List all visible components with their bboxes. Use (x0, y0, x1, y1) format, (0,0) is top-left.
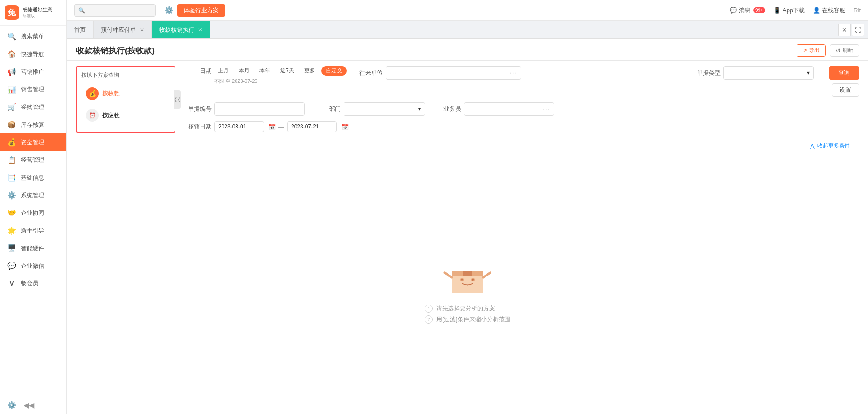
topbar-search-box[interactable]: 🔍 (74, 4, 156, 17)
dept-filter: 部门 ▾ (314, 102, 425, 116)
hint-num-2: 2 (425, 315, 433, 324)
topbar-settings-icon[interactable]: ⚙️ (165, 6, 174, 14)
sidebar-item-sales[interactable]: 📊 销售管理 (0, 81, 66, 98)
sidebar-item-operation[interactable]: 📋 经营管理 (0, 151, 66, 169)
scheme-panel-title: 按以下方案查询 (81, 71, 170, 79)
svg-line-6 (483, 273, 490, 277)
hint-text-2: 用[过滤]条件来缩小分析范围 (436, 315, 510, 324)
sidebar-item-member[interactable]: V 畅会员 (0, 275, 66, 292)
sidebar-item-purchase[interactable]: 🛒 采购管理 (0, 98, 66, 116)
sidebar-item-marketing[interactable]: 📢 营销推广 (0, 63, 66, 81)
search-icon: 🔍 (7, 32, 16, 41)
expand-tab-btn[interactable]: ⛶ (852, 24, 864, 36)
empty-state: 1 请先选择要分析的方案 2 用[过滤]条件来缩小分析范围 (67, 157, 868, 414)
sidebar-label-enterprise: 企业协同 (21, 209, 44, 217)
doc-no-filter: 单据编号 (184, 102, 305, 116)
user-area[interactable]: Rit (854, 7, 861, 14)
industry-btn[interactable]: 体验行业方案 (177, 4, 225, 17)
tab-collect-close[interactable]: ✕ (198, 27, 203, 33)
sidebar-label-finance: 资金管理 (21, 138, 44, 147)
partner-dots: ··· (510, 70, 517, 76)
verify-date-start[interactable] (214, 121, 264, 132)
close-tab-btn[interactable]: ✕ (838, 24, 851, 36)
date-custom[interactable]: 自定义 (321, 66, 347, 76)
sidebar-item-shortcut[interactable]: 🏠 快捷导航 (0, 45, 66, 63)
verify-start-calendar-icon[interactable]: 📅 (269, 124, 276, 130)
sidebar-item-inventory[interactable]: 📦 库存核算 (0, 116, 66, 133)
staff-filter: 业务员 ··· (434, 102, 554, 116)
export-label: 导出 (809, 47, 820, 54)
topbar-actions: ⚙️ 体验行业方案 (165, 4, 225, 17)
message-icon: 💬 (730, 7, 737, 14)
refresh-btn[interactable]: ↺ 刷新 (830, 44, 859, 57)
sidebar-item-enterprise[interactable]: 🤝 企业协同 (0, 204, 66, 222)
filter-panel-collapse[interactable]: ❮❮ (174, 90, 181, 109)
sidebar-item-finance[interactable]: 💰 资金管理 (0, 133, 66, 151)
topbar: 🔍 ⚙️ 体验行业方案 💬 消息 99+ 📱 App下载 👤 在线客服 Rit (67, 0, 868, 21)
export-icon: ↗ (802, 48, 807, 54)
filter-option-receivable[interactable]: ⏰ 按应收 (81, 105, 170, 125)
empty-hint-1: 1 请先选择要分析的方案 (425, 305, 495, 313)
collapse-more-label: 收起更多条件 (817, 142, 850, 150)
sidebar-item-search[interactable]: 🔍 搜索菜单 (0, 28, 66, 45)
enterprise-icon: 🤝 (7, 209, 16, 217)
content-header: 收款核销执行(按收款) ↗ 导出 ↺ 刷新 (67, 39, 868, 61)
date-more[interactable]: 更多 (301, 66, 319, 76)
filter-option-receipt[interactable]: 💰 按收款 (81, 84, 170, 104)
tab-prepay[interactable]: 预付冲应付单 ✕ (94, 21, 152, 38)
purchase-icon: 🛒 (7, 103, 16, 111)
settings-footer-icon[interactable]: ⚙️ (7, 401, 16, 409)
partner-select[interactable]: ··· (386, 66, 521, 80)
sidebar-item-hardware[interactable]: 🖥️ 智能硬件 (0, 239, 66, 257)
app-download-area[interactable]: 📱 App下载 (774, 6, 805, 14)
setting-btn[interactable]: 设置 (832, 83, 859, 97)
tab-home[interactable]: 首页 (67, 21, 94, 38)
logo-text-area: 畅捷通好生意 标准版 (23, 6, 52, 19)
tab-collect-label: 收款核销执行 (159, 26, 194, 34)
sidebar-item-wechat[interactable]: 💬 企业微信 (0, 257, 66, 275)
staff-select[interactable]: ··· (464, 102, 554, 116)
empty-svg (438, 248, 497, 298)
sidebar-item-guide[interactable]: 🌟 新手引导 (0, 222, 66, 239)
sidebar-label-marketing: 营销推广 (21, 68, 44, 76)
date-last-month[interactable]: 上月 (214, 66, 232, 76)
query-btn[interactable]: 查询 (829, 66, 859, 80)
message-area[interactable]: 💬 消息 99+ (730, 6, 765, 14)
service-label: 在线客服 (822, 6, 845, 14)
sidebar-label-hardware: 智能硬件 (21, 244, 44, 252)
doc-no-input[interactable] (214, 102, 305, 116)
verify-date-end[interactable] (287, 121, 337, 132)
date-this-month[interactable]: 本月 (235, 66, 253, 76)
date-7days[interactable]: 近7天 (277, 66, 298, 76)
doc-type-select[interactable]: ▾ (723, 66, 814, 80)
sidebar: 兔 畅捷通好生意 标准版 🔍 搜索菜单 🏠 快捷导航 📢 营销推广 📊 销售管理… (0, 0, 67, 414)
logo-area: 兔 畅捷通好生意 标准版 (0, 0, 66, 26)
sidebar-label-purchase: 采购管理 (21, 103, 44, 111)
sidebar-item-system[interactable]: ⚙️ 系统管理 (0, 186, 66, 204)
filter-scheme-panel: 按以下方案查询 💰 按收款 ⏰ 按应收 ❮❮ (76, 66, 175, 133)
refresh-icon: ↺ (836, 48, 840, 54)
title-row: 收款核销执行(按收款) ↗ 导出 ↺ 刷新 (76, 44, 859, 57)
svg-point-8 (472, 279, 474, 281)
sidebar-footer: ⚙️ ◀◀ (0, 396, 66, 414)
date-label: 日期 (184, 67, 212, 75)
export-btn[interactable]: ↗ 导出 (797, 44, 826, 57)
doc-type-arrow: ▾ (807, 70, 810, 76)
topbar-right: 💬 消息 99+ 📱 App下载 👤 在线客服 Rit (730, 6, 861, 14)
empty-text-area: 1 请先选择要分析的方案 2 用[过滤]条件来缩小分析范围 (425, 305, 510, 324)
tab-collect[interactable]: 收款核销执行 ✕ (152, 21, 210, 38)
verify-end-calendar-icon[interactable]: 📅 (341, 124, 349, 130)
collapse-more-btn[interactable]: ⋀ 收起更多条件 (801, 138, 859, 153)
doc-no-label: 单据编号 (184, 105, 212, 113)
marketing-icon: 📢 (7, 67, 16, 76)
collapse-sidebar-icon[interactable]: ◀◀ (24, 401, 34, 409)
tab-prepay-close[interactable]: ✕ (140, 27, 144, 33)
dept-select[interactable]: ▾ (344, 102, 425, 116)
service-area[interactable]: 👤 在线客服 (813, 6, 845, 14)
date-this-year[interactable]: 本年 (256, 66, 274, 76)
basic-icon: 📑 (7, 173, 16, 182)
sidebar-label-basic: 基础信息 (21, 174, 44, 182)
empty-illustration (438, 248, 497, 299)
guide-icon: 🌟 (7, 226, 16, 235)
sidebar-item-basic[interactable]: 📑 基础信息 (0, 169, 66, 186)
